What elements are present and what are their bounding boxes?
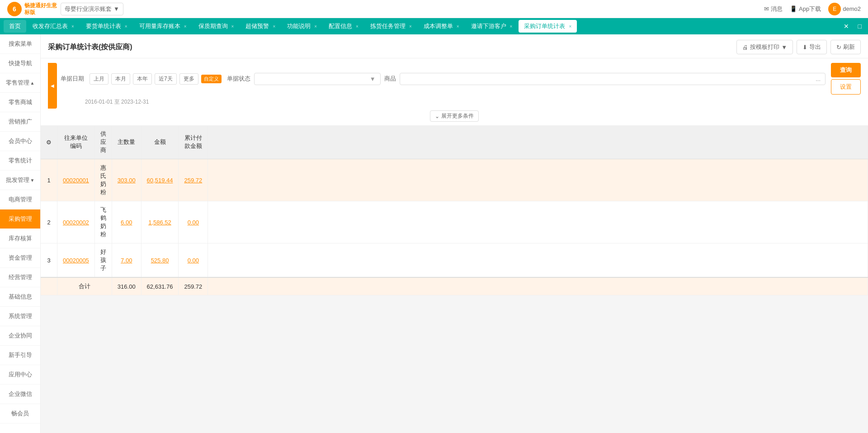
sidebar-item-weixin[interactable]: 企业微信 (0, 385, 40, 404)
expand-conditions-button[interactable]: ⌄ 展开更多条件 (430, 110, 479, 122)
date-btn-last-month[interactable]: 上月 (90, 73, 108, 85)
filter-toggle-button[interactable]: ◀ (48, 63, 57, 109)
tab-chengben[interactable]: 成本调整单 × (418, 20, 465, 33)
tab-yaohuo[interactable]: 要货单统计表 × (80, 20, 133, 33)
sidebar-item-enterprise[interactable]: 企业协同 (0, 326, 40, 346)
tab-caigou-active[interactable]: 采购订单统计表 × (519, 20, 577, 33)
table-header: ⚙ 往来单位编码 供应商 主数量 金额 累计付款金额 (41, 125, 868, 159)
close-icon[interactable]: × (457, 24, 459, 29)
row-code[interactable]: 00020001 (57, 159, 95, 201)
row-amount[interactable]: 60,519.44 (141, 159, 179, 201)
tab-shofacun[interactable]: 收发存汇总表 × (27, 20, 80, 33)
row-paid[interactable]: 0.00 (179, 243, 208, 278)
sidebar-item-operations[interactable]: 经营管理 (0, 268, 40, 287)
date-btn-this-year[interactable]: 本年 (133, 73, 152, 85)
row-quantity[interactable]: 7.00 (112, 243, 141, 278)
close-icon[interactable]: × (409, 24, 412, 29)
sidebar-item-guide[interactable]: 新手引导 (0, 346, 40, 365)
close-all-tabs-button[interactable]: ✕ (841, 22, 852, 31)
row-quantity[interactable]: 6.00 (112, 201, 141, 243)
message-button[interactable]: ✉ 消息 (764, 5, 783, 13)
row-paid[interactable]: 259.72 (179, 159, 208, 201)
avatar: E (828, 3, 841, 15)
account-selector[interactable]: 母婴行业演示账套 ▼ (61, 3, 123, 15)
tab-yaoqing[interactable]: 邀请下游客户 × (466, 20, 518, 33)
sidebar-item-finance[interactable]: 资金管理 (0, 248, 40, 268)
tab-peizhi[interactable]: 配置信息 × (323, 20, 364, 33)
sidebar-item-basic-info[interactable]: 基础信息 (0, 287, 40, 307)
sidebar-item-member-center[interactable]: 会员中心 (0, 132, 40, 151)
page-header: 采购订单统计表(按供应商) 🖨 按模板打印 ▼ ⬇ 导出 ↻ 刷新 (41, 34, 868, 58)
query-actions: 查询 设置 (831, 63, 861, 95)
row-quantity[interactable]: 303.00 (112, 159, 141, 201)
close-icon[interactable]: × (71, 24, 74, 29)
close-icon[interactable]: × (273, 24, 275, 29)
close-icon[interactable]: × (231, 24, 234, 29)
export-button[interactable]: ⬇ 导出 (797, 40, 827, 54)
query-button[interactable]: 查询 (831, 63, 861, 77)
print-button[interactable]: 🖨 按模板打印 ▼ (736, 40, 793, 54)
row-code[interactable]: 00020005 (57, 243, 95, 278)
filter-row-1: 单据日期 上月 本月 本年 近7天 更多 自定义 单据状态 ▼ (61, 63, 861, 95)
sidebar-item-quicknav[interactable]: 快捷导航 (0, 54, 40, 73)
table-footer: 合计 316.00 62,631.76 259.72 (41, 277, 868, 295)
tab-jianhuo[interactable]: 拣货任务管理 × (365, 20, 417, 33)
app-download-button[interactable]: 📱 App下载 (790, 5, 821, 13)
col-settings: ⚙ (41, 125, 57, 159)
filter-dates: 上月 本月 本年 近7天 更多 自定义 (90, 73, 222, 85)
close-icon[interactable]: × (510, 24, 513, 29)
row-code[interactable]: 00020002 (57, 201, 95, 243)
row-amount[interactable]: 1,586.52 (141, 201, 179, 243)
close-icon[interactable]: × (356, 24, 359, 29)
sidebar-item-wholesale[interactable]: 批发管理 ▼ (0, 171, 40, 190)
tab-kuyongliang[interactable]: 可用量库存账本 × (134, 20, 192, 33)
filter-settings-button[interactable]: 设置 (831, 79, 861, 95)
row-amount[interactable]: 525.80 (141, 243, 179, 278)
sidebar-item-retail-store[interactable]: 零售商城 (0, 93, 40, 112)
date-btn-this-month[interactable]: 本月 (111, 73, 130, 85)
top-bar-left: 6 畅捷通好生意 标版 母婴行业演示账套 ▼ (7, 2, 123, 16)
sidebar-item-member[interactable]: 畅会员 (0, 404, 40, 423)
footer-paid: 259.72 (179, 277, 208, 295)
date-btn-more[interactable]: 更多 (179, 73, 198, 85)
page-actions: 🖨 按模板打印 ▼ ⬇ 导出 ↻ 刷新 (736, 40, 861, 54)
sidebar-item-marketing[interactable]: 营销推广 (0, 112, 40, 132)
nav-tabs-right: ✕ □ (841, 22, 864, 31)
sidebar-item-retail-stats[interactable]: 零售统计 (0, 151, 40, 171)
user-profile[interactable]: E demo2 (828, 3, 861, 15)
col-empty (208, 125, 868, 159)
sidebar: 搜索菜单 快捷导航 零售管理 ▲ 零售商城 营销推广 会员中心 零售统计 批发管… (0, 34, 41, 433)
row-paid[interactable]: 0.00 (179, 201, 208, 243)
date-btn-7days[interactable]: 近7天 (155, 73, 177, 85)
table-row: 2 00020002 飞鹤奶粉 6.00 1,586.52 0.00 (41, 201, 868, 243)
sidebar-item-purchase[interactable]: 采购管理 (0, 209, 40, 229)
maximize-button[interactable]: □ (855, 22, 864, 31)
filter-fields: 单据日期 上月 本月 本年 近7天 更多 自定义 单据状态 ▼ (61, 63, 861, 109)
row-empty (208, 201, 868, 243)
sidebar-item-system[interactable]: 系统管理 (0, 307, 40, 326)
sidebar-item-search[interactable]: 搜索菜单 (0, 34, 40, 54)
close-icon[interactable]: × (125, 24, 127, 29)
export-icon: ⬇ (802, 44, 807, 51)
tab-gongneng[interactable]: 功能说明 × (282, 20, 322, 33)
tab-home[interactable]: 首页 (4, 20, 26, 33)
close-icon[interactable]: × (314, 24, 317, 29)
sidebar-item-inventory[interactable]: 库存核算 (0, 229, 40, 248)
sidebar-item-app-center[interactable]: 应用中心 (0, 365, 40, 385)
page-title: 采购订单统计表(按供应商) (48, 43, 132, 52)
ellipsis-icon: ... (816, 76, 821, 82)
refresh-button[interactable]: ↻ 刷新 (830, 40, 861, 54)
tab-chaochu[interactable]: 超储预警 × (240, 20, 281, 33)
goods-input[interactable]: ... (400, 73, 826, 85)
printer-icon: 🖨 (742, 44, 748, 51)
sidebar-item-retail-mgmt[interactable]: 零售管理 ▲ (0, 73, 40, 93)
settings-icon[interactable]: ⚙ (46, 139, 52, 146)
row-supplier: 好孩子 (94, 243, 112, 278)
footer-label: 合计 (57, 277, 112, 295)
status-select[interactable]: ▼ (254, 73, 381, 85)
close-icon[interactable]: × (569, 24, 571, 29)
tab-baozhi[interactable]: 保质期查询 × (193, 20, 240, 33)
table-row: 1 00020001 惠氏奶粉 303.00 60,519.44 259.72 (41, 159, 868, 201)
sidebar-item-ecommerce[interactable]: 电商管理 (0, 190, 40, 209)
close-icon[interactable]: × (184, 24, 187, 29)
